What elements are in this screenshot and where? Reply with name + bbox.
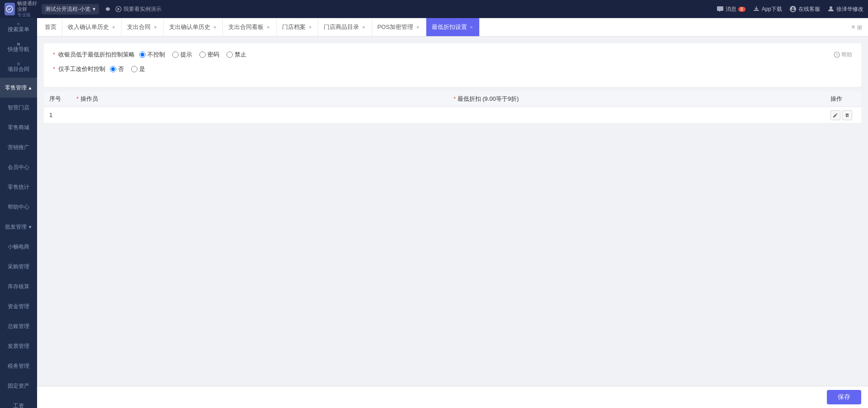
demo-link[interactable]: 我要看实例演示	[115, 5, 161, 13]
tab-expand-icon[interactable]: ⊞	[857, 24, 862, 31]
help-label: 帮助	[841, 51, 852, 59]
header-right: 消息 8 App下载 在线客服 徐泽华修改	[717, 5, 863, 13]
tab-home[interactable]: 首页	[39, 18, 62, 36]
sidebar-item-search-menu[interactable]: 搜索菜单	[0, 18, 37, 38]
radio-no-control-label: 不控制	[147, 51, 165, 59]
radio-yes-input[interactable]	[131, 66, 137, 72]
tab-payment-contract[interactable]: 支出合同 ×	[122, 18, 163, 36]
tab-payment-board[interactable]: 支出合同看板 ×	[223, 18, 276, 36]
sidebar-item-member-center[interactable]: 会员中心	[0, 157, 37, 177]
sidebar-label-retail-mall: 零售商城	[8, 124, 29, 131]
radio-password-input[interactable]	[199, 52, 206, 58]
tab-store-goods[interactable]: 门店商品目录 ×	[318, 18, 372, 36]
sidebar-item-smart-store[interactable]: 智营门店	[0, 98, 37, 117]
radio-no[interactable]: 否	[110, 65, 124, 73]
help-btn[interactable]: ? 帮助	[834, 51, 852, 59]
sidebar: 搜索菜单 快捷导航 项目合同 零售管理 ▲ 智营门店 零售商城 营销推广 会员中…	[0, 18, 37, 408]
tab-payment-board-label: 支出合同看板	[228, 23, 264, 31]
tab-bar-right: × ⊞	[848, 23, 866, 31]
policy-radio-group: 不控制 提示 密码 禁止	[139, 51, 246, 59]
td-action-1	[825, 110, 861, 120]
project-selector[interactable]: 测试分开流程-小览 ▾	[42, 4, 99, 14]
sidebar-item-fund-mgmt[interactable]: 资金管理	[0, 296, 37, 316]
tab-store-archive-close[interactable]: ×	[308, 24, 312, 30]
online-service-btn[interactable]: 在线客服	[789, 5, 820, 13]
project-name: 测试分开流程-小览	[45, 5, 90, 13]
sidebar-item-help-center[interactable]: 帮助中心	[0, 197, 37, 217]
sidebar-item-fixed-assets[interactable]: 固定资产	[0, 376, 37, 396]
sidebar-item-quick-nav[interactable]: 快捷导航	[0, 38, 37, 58]
user-name: 徐泽华修改	[836, 5, 863, 13]
sidebar-label-search-menu: 搜索菜单	[8, 26, 29, 33]
tab-payment-board-close[interactable]: ×	[266, 24, 270, 30]
app-download-label: App下载	[762, 5, 782, 13]
svg-line-6	[19, 24, 20, 25]
radio-no-control[interactable]: 不控制	[139, 51, 165, 59]
retail-mgmt-arrow: ▲	[28, 85, 33, 90]
delete-row-btn-1[interactable]	[842, 110, 852, 120]
tab-income-confirm[interactable]: 收入确认单历史 ×	[62, 18, 122, 36]
sidebar-item-tax-mgmt[interactable]: 税务管理	[0, 356, 37, 376]
user-btn[interactable]: 徐泽华修改	[827, 5, 863, 13]
radio-forbid-input[interactable]	[226, 52, 233, 58]
tab-store-goods-close[interactable]: ×	[361, 24, 366, 30]
sidebar-label-smart-store: 智营门店	[8, 104, 29, 112]
tab-pos-encrypt-close[interactable]: ×	[415, 24, 420, 30]
sidebar-item-retail-mall[interactable]: 零售商城	[0, 117, 37, 137]
sidebar-label-purchase-mgmt: 采购管理	[8, 263, 29, 271]
sidebar-item-wholesale-mgmt[interactable]: 批发管理 ▼	[0, 217, 37, 237]
tab-payment-confirm-close[interactable]: ×	[212, 24, 217, 30]
tab-pos-encrypt[interactable]: POS加密管理 ×	[372, 18, 426, 36]
sidebar-item-invoice-mgmt[interactable]: 发票管理	[0, 336, 37, 356]
tab-close-all-icon[interactable]: ×	[851, 23, 855, 31]
sidebar-label-ecommerce: 小畅电商	[8, 243, 29, 251]
tab-income-confirm-label: 收入确认单历史	[68, 23, 109, 31]
data-table: 序号 * 操作员 * 最低折扣 (9.00等于9折) 操作 1	[44, 91, 861, 123]
radio-no-input[interactable]	[110, 66, 116, 72]
sidebar-item-project-contract[interactable]: 项目合同	[0, 58, 37, 78]
sidebar-item-inventory[interactable]: 库存核算	[0, 277, 37, 296]
tab-payment-confirm[interactable]: 支出确认单历史 ×	[164, 18, 223, 36]
radio-prompt[interactable]: 提示	[172, 51, 192, 59]
svg-rect-3	[754, 10, 759, 11]
radio-prompt-label: 提示	[180, 51, 192, 59]
tab-store-archive[interactable]: 门店档案 ×	[277, 18, 318, 36]
sidebar-item-purchase-mgmt[interactable]: 采购管理	[0, 257, 37, 277]
table-row: 1	[44, 107, 861, 123]
sidebar-item-ledger-mgmt[interactable]: 总账管理	[0, 316, 37, 336]
manual-price-row: * 仅手工改价时控制 否 是	[53, 65, 852, 73]
messages-btn[interactable]: 消息 8	[717, 5, 745, 13]
tab-home-label: 首页	[45, 23, 57, 31]
policy-label-text: 收银员低于最低折扣控制策略	[58, 51, 135, 58]
sidebar-item-ecommerce[interactable]: 小畅电商	[0, 237, 37, 257]
tab-min-discount-close[interactable]: ×	[469, 24, 474, 30]
sidebar-item-retail-mgmt[interactable]: 零售管理 ▲	[0, 78, 37, 98]
tab-income-confirm-close[interactable]: ×	[111, 24, 116, 30]
tab-min-discount[interactable]: 最低折扣设置 ×	[426, 18, 480, 36]
logo-text-main: 畅捷通好业财	[17, 0, 42, 12]
sidebar-item-retail-stats[interactable]: 零售统计	[0, 177, 37, 197]
radio-no-control-input[interactable]	[139, 52, 146, 58]
policy-label: * 收银员低于最低折扣控制策略	[53, 51, 135, 59]
settings-icon-btn[interactable]	[104, 5, 111, 13]
wholesale-mgmt-arrow: ▼	[28, 225, 33, 230]
sidebar-item-salary[interactable]: 工资	[0, 396, 37, 408]
edit-row-btn-1[interactable]	[830, 110, 840, 120]
sidebar-label-fixed-assets: 固定资产	[8, 382, 29, 390]
th-operator: * 操作员	[71, 95, 448, 103]
save-button[interactable]: 保存	[827, 390, 861, 404]
app-download-btn[interactable]: App下载	[753, 5, 782, 13]
radio-forbid[interactable]: 禁止	[226, 51, 246, 59]
radio-yes[interactable]: 是	[131, 65, 145, 73]
sidebar-label-retail-stats: 零售统计	[8, 183, 29, 191]
radio-no-label: 否	[118, 65, 124, 73]
radio-password[interactable]: 密码	[199, 51, 219, 59]
svg-point-5	[18, 23, 19, 25]
radio-prompt-input[interactable]	[172, 52, 179, 58]
dropdown-icon: ▾	[93, 6, 95, 12]
sidebar-label-ledger-mgmt: 总账管理	[8, 323, 29, 330]
sidebar-item-marketing[interactable]: 营销推广	[0, 137, 37, 157]
tab-payment-contract-close[interactable]: ×	[153, 24, 157, 30]
messages-badge: 8	[738, 7, 745, 12]
svg-marker-2	[118, 8, 120, 10]
